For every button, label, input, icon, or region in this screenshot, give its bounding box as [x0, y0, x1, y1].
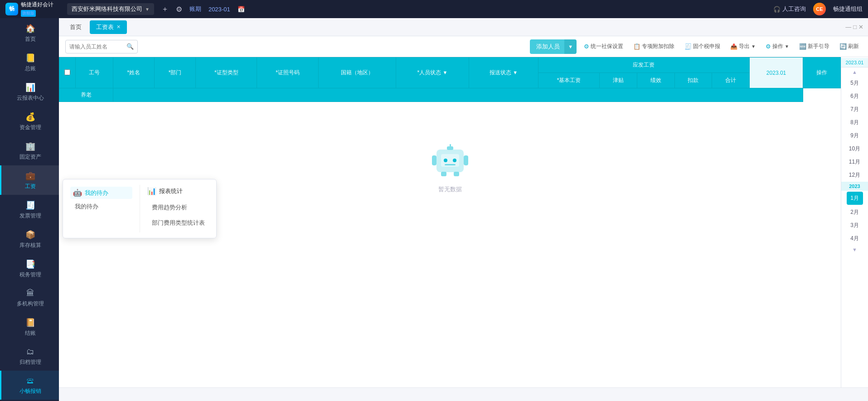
refresh-btn[interactable]: 🔄 刷新 — [837, 41, 862, 52]
export-btn[interactable]: 📤 导出 ▼ — [727, 41, 758, 52]
tax-report-label: 固个税申报 — [693, 43, 720, 50]
service-btn[interactable]: 🎧 人工咨询 — [773, 5, 806, 13]
tab-minimize-icon[interactable]: — — [845, 24, 851, 30]
calendar-icon[interactable]: 📅 — [238, 6, 245, 13]
tab-close-icon[interactable]: ✕ — [116, 24, 121, 30]
popup-cost-trend[interactable]: 费用趋势分析 — [147, 200, 209, 215]
month-item-2[interactable]: 2月 — [841, 206, 868, 219]
month-nav-down[interactable]: ▼ — [841, 245, 868, 254]
my-todo-label: 我的待办 — [75, 203, 98, 210]
search-input[interactable] — [69, 43, 124, 50]
month-item-12[interactable]: 12月 — [841, 169, 868, 182]
gear-icon: ⚙ — [176, 5, 182, 14]
col-salary-group: 应发工资 — [538, 58, 749, 73]
sidebar-item-multi-org[interactable]: 🏛 多机构管理 — [0, 283, 59, 312]
col-id-type: *证型类型 — [196, 58, 257, 88]
add-person-group: 添加人员 ▼ — [530, 39, 577, 54]
sidebar-item-salary[interactable]: 💼 工资 — [0, 165, 59, 195]
period-value[interactable]: 2023-01 — [209, 6, 230, 13]
popup-dept-stats[interactable]: 部门费用类型统计表 — [147, 215, 209, 231]
tax-report-btn[interactable]: 🧾 固个税申报 — [682, 41, 723, 52]
sidebar: 🏠 首页 📒 总账 📊 云报表中心 💰 资金管理 🏢 固定资产 💼 工资 🧾 发… — [0, 18, 59, 401]
month-item-8[interactable]: 8月 — [841, 116, 868, 129]
add-person-btn[interactable]: 添加人员 — [530, 39, 566, 54]
company-selector[interactable]: 西安虾米网络科技有限公司 ▼ — [67, 3, 154, 15]
export-label: 导出 — [739, 43, 750, 50]
logo-area: 畅 畅捷通好会计 旗舰版 — [5, 1, 60, 16]
empty-text: 暂无数据 — [438, 185, 462, 193]
guide-btn[interactable]: 🆕 新手引导 — [796, 41, 832, 52]
sidebar-item-home[interactable]: 🏠 首页 — [0, 18, 59, 48]
logo-icon: 畅 — [5, 3, 18, 15]
tab-close-window-icon[interactable]: ✕ — [858, 24, 863, 30]
sidebar-item-ledger[interactable]: 📒 总账 — [0, 48, 59, 77]
settings-btn[interactable]: ⚙ — [176, 5, 182, 14]
sidebar-item-assets[interactable]: 🏢 固定资产 — [0, 136, 59, 165]
operations-btn[interactable]: ⚙ 操作 ▼ — [763, 41, 792, 52]
tab-salary[interactable]: 工资表 ✕ — [90, 20, 127, 34]
guide-toolbar-icon: 🆕 — [799, 43, 806, 50]
svg-point-3 — [453, 159, 456, 162]
svg-rect-5 — [447, 146, 453, 150]
col-placeholder — [113, 88, 803, 102]
add-company-btn[interactable]: ＋ — [161, 5, 169, 14]
sidebar-label-funds: 资金管理 — [19, 124, 41, 131]
month-nav-up[interactable]: ▲ — [841, 68, 868, 77]
month-item-10[interactable]: 10月 — [841, 142, 868, 155]
svg-rect-8 — [464, 155, 468, 165]
ledger-icon: 📒 — [25, 53, 35, 63]
svg-rect-7 — [432, 155, 436, 165]
select-all-header[interactable] — [59, 58, 76, 88]
month-item-3[interactable]: 3月 — [841, 219, 868, 232]
top-header: 畅 畅捷通好会计 旗舰版 西安虾米网络科技有限公司 ▼ ＋ ⚙ 账期 2023-… — [0, 0, 868, 18]
sidebar-item-reports[interactable]: 📊 云报表中心 — [0, 77, 59, 106]
search-icon: 🔍 — [126, 43, 134, 50]
todo-icon: 🤖 — [73, 188, 82, 197]
month-item-11[interactable]: 11月 — [841, 155, 868, 169]
add-person-label: 添加人员 — [536, 43, 560, 51]
month-item-7[interactable]: 7月 — [841, 103, 868, 116]
social-security-icon: ⚙ — [584, 43, 589, 50]
month-item-4[interactable]: 4月 — [841, 232, 868, 245]
sidebar-item-inventory[interactable]: 📦 库存核算 — [0, 224, 59, 254]
export-icon: 📤 — [730, 43, 737, 50]
popup-stats-title[interactable]: 📊 报表统计 — [147, 187, 209, 200]
tab-home[interactable]: 首页 — [63, 20, 88, 34]
col-pension-group: 养老 — [59, 88, 113, 102]
sidebar-item-invoice[interactable]: 🧾 发票管理 — [0, 195, 59, 224]
dept-stats-label: 部门费用类型统计表 — [152, 219, 205, 226]
tab-bar: 首页 工资表 ✕ — □ ✕ — [59, 18, 868, 36]
sidebar-item-tax[interactable]: 📑 税务管理 — [0, 254, 59, 283]
multi-org-icon: 🏛 — [26, 289, 34, 298]
social-security-btn[interactable]: ⚙ 统一社保设置 — [581, 41, 626, 52]
expense-icon: 🛎 — [26, 376, 34, 386]
operations-chevron-icon: ▼ — [785, 44, 789, 49]
select-all-checkbox[interactable] — [64, 69, 70, 75]
sidebar-label-home: 首页 — [25, 35, 36, 43]
sidebar-item-archive[interactable]: 🗂 归档管理 — [0, 342, 59, 371]
popup-todo-title[interactable]: 🤖 我的待办 — [70, 187, 132, 199]
month-item-5[interactable]: 5月 — [841, 77, 868, 90]
closing-icon: 📔 — [25, 318, 35, 328]
popup-my-todo[interactable]: 我的待办 — [70, 199, 132, 214]
col-operation: 操作 — [803, 58, 841, 88]
content-footer — [59, 387, 868, 401]
sidebar-label-invoice: 发票管理 — [19, 212, 41, 220]
period-label: 账期 — [189, 5, 201, 13]
col-deduct: 扣款 — [674, 73, 712, 88]
add-person-dropdown-btn[interactable]: ▼ — [564, 39, 577, 54]
sidebar-item-funds[interactable]: 💰 资金管理 — [0, 106, 59, 136]
sidebar-item-expense[interactable]: 🛎 小畅报销 — [0, 371, 59, 400]
sidebar-item-closing[interactable]: 📔 结账 — [0, 312, 59, 342]
tab-maximize-icon[interactable]: □ — [853, 24, 857, 30]
month-item-1[interactable]: 1月 — [847, 192, 863, 205]
expense-popup-menu[interactable]: 🤖 我的待办 我的待办 📊 报表统计 费用趋势分析 部门费用类型统计表 — [63, 179, 217, 238]
search-box[interactable]: 🔍 — [65, 40, 138, 53]
month-item-6[interactable]: 6月 — [841, 90, 868, 103]
month-sidebar-year: 2023.01 — [841, 58, 868, 68]
popup-col-stats: 📊 报表统计 费用趋势分析 部门费用类型统计表 — [140, 179, 217, 238]
month-item-9[interactable]: 9月 — [841, 129, 868, 142]
special-deduct-btn[interactable]: 📋 专项附加扣除 — [630, 41, 677, 52]
tab-salary-label: 工资表 — [96, 23, 114, 31]
empty-illustration — [430, 138, 470, 179]
